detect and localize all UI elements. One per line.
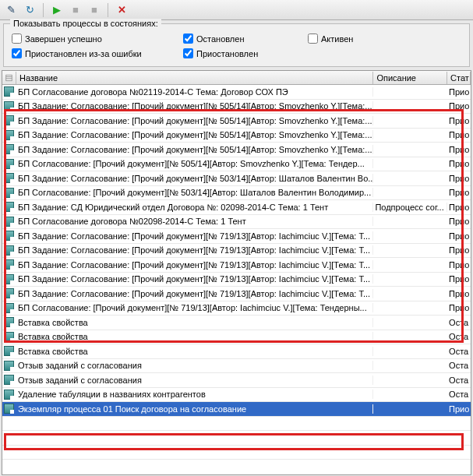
new-button[interactable]: ✎ [3, 2, 19, 18]
process-icon [2, 231, 16, 241]
chk-completed-input[interactable] [12, 33, 22, 44]
filter-title: Показывать процессы в состояниях: [10, 19, 161, 28]
cell-status: Прио [447, 145, 471, 154]
process-icon [2, 115, 16, 125]
table-row[interactable] [2, 431, 471, 446]
cell-name: Отзыв заданий с согласования [16, 376, 373, 385]
chk-active-input[interactable] [308, 33, 318, 44]
delete-button[interactable]: ✕ [114, 2, 129, 18]
chk-paused[interactable]: Приостановлен [183, 48, 258, 58]
filter-panel: Показывать процессы в состояниях: Заверш… [3, 23, 470, 67]
process-icon [2, 288, 16, 298]
table-row[interactable]: Вставка свойстваОста [2, 344, 471, 359]
table-row[interactable]: БП Задание: Согласование: [Прочий докуме… [2, 258, 471, 273]
process-icon [2, 361, 16, 371]
cell-status: Оста [447, 390, 471, 399]
table-row[interactable]: БП Задание: СД Юридический отдел Договор… [2, 200, 471, 215]
cell-status: Прио [447, 274, 471, 284]
column-status[interactable]: Стат [447, 72, 471, 84]
table-row[interactable]: БП Согласование: [Прочий документ][№ 505… [2, 157, 471, 172]
table-row[interactable]: БП Задание: Согласование: [Прочий докуме… [2, 114, 471, 129]
cell-status: Прио [447, 217, 471, 226]
cell-desc: Подпроцесс сог... [373, 203, 447, 212]
chk-paused-error[interactable]: Приостановлен из-за ошибки [12, 48, 160, 58]
cell-status: Прио [447, 116, 471, 125]
table-row[interactable] [2, 446, 471, 460]
table-row[interactable]: БП Задание: Согласование: [Прочий докуме… [2, 287, 471, 301]
cell-name: БП Согласование договора №02098-2014-С Т… [16, 217, 373, 226]
cell-name: БП Согласование: [Прочий документ][№ 503… [16, 188, 373, 197]
cell-name: Вставка свойства [16, 332, 373, 341]
table-row[interactable]: БП Задание: Согласование: [Прочий докуме… [2, 229, 471, 244]
process-icon [2, 346, 16, 356]
process-icon [2, 173, 16, 183]
cell-status: Прио [447, 303, 471, 312]
table-row[interactable]: БП Согласование: [Прочий документ][№ 719… [2, 301, 471, 316]
column-icon[interactable] [2, 72, 16, 84]
chk-paused-label: Приостановлен [196, 49, 258, 58]
process-icon [2, 404, 16, 414]
cell-name: БП Задание: Согласование: [Прочий докуме… [16, 101, 373, 111]
column-name[interactable]: Название [16, 72, 373, 84]
process-icon [2, 144, 16, 154]
stop-button-2[interactable]: ■ [86, 2, 102, 18]
chk-active[interactable]: Активен [308, 33, 353, 44]
chk-completed-label: Завершен успешно [25, 34, 102, 44]
table-row[interactable] [2, 417, 471, 432]
cell-name: БП Задание: Согласование: [Прочий докуме… [16, 245, 373, 255]
chk-stopped[interactable]: Остановлен [183, 33, 284, 44]
process-icon [2, 274, 16, 284]
cell-name: Экземпляр процесса 01 Поиск договора на … [16, 404, 373, 414]
process-icon [2, 159, 16, 169]
table-row[interactable]: Экземпляр процесса 01 Поиск договора на … [2, 402, 471, 417]
table-row[interactable]: БП Согласование: [Прочий документ][№ 503… [2, 186, 471, 201]
play-button[interactable]: ▶ [49, 2, 65, 18]
chk-paused-error-input[interactable] [12, 48, 22, 58]
cell-name: Отзыв заданий с согласования [16, 361, 373, 370]
grid-body: БП Согласование договора №02119-2014-С Т… [2, 85, 471, 460]
process-grid: Название Описание Стат БП Согласование д… [2, 70, 471, 475]
table-row[interactable]: БП Согласование договора №02098-2014-С Т… [2, 215, 471, 230]
table-row[interactable]: БП Задание: Согласование: [Прочий докуме… [2, 129, 471, 143]
process-icon [2, 86, 16, 97]
cell-name: БП Задание: Согласование: [Прочий докуме… [16, 145, 373, 154]
column-desc[interactable]: Описание [373, 72, 447, 84]
chk-stopped-input[interactable] [183, 33, 193, 44]
cell-status: Прио [447, 159, 471, 168]
cell-name: БП Задание: Согласование: [Прочий докуме… [16, 260, 373, 270]
cell-status: Оста [447, 361, 471, 370]
table-row[interactable]: БП Задание: Согласование: [Прочий докуме… [2, 100, 471, 115]
cell-status: Оста [447, 318, 471, 327]
cell-status: Оста [447, 332, 471, 341]
process-icon [2, 375, 16, 385]
chk-completed[interactable]: Завершен успешно [12, 33, 160, 44]
stop-button-1[interactable]: ■ [68, 2, 83, 18]
process-icon [2, 130, 16, 140]
table-row[interactable]: Вставка свойстваОста [2, 330, 471, 345]
refresh-button[interactable]: ↻ [22, 2, 37, 18]
cell-name: БП Согласование договора №02119-2014-С Т… [16, 87, 373, 97]
chk-paused-input[interactable] [183, 48, 193, 58]
cell-name: БП Задание: Согласование: [Прочий докуме… [16, 174, 373, 183]
cell-status: Прио [447, 130, 471, 139]
table-row[interactable]: БП Задание: Согласование: [Прочий докуме… [2, 273, 471, 287]
cell-name: БП Задание: Согласование: [Прочий докуме… [16, 130, 373, 139]
cell-name: БП Согласование: [Прочий документ][№ 505… [16, 159, 373, 168]
table-row[interactable]: Вставка свойстваОста [2, 316, 471, 330]
process-icon [2, 259, 16, 270]
cell-name: БП Задание: Согласование: [Прочий докуме… [16, 274, 373, 284]
table-row[interactable]: Отзыв заданий с согласованияОста [2, 359, 471, 374]
table-row[interactable]: Отзыв заданий с согласованияОста [2, 373, 471, 388]
table-row[interactable]: Удаление табуляции в названиях контраген… [2, 388, 471, 403]
toolbar: ✎ ↻ ▶ ■ ■ ✕ [0, 0, 473, 20]
cell-status: Прио [447, 289, 471, 298]
table-row[interactable]: БП Задание: Согласование: [Прочий докуме… [2, 171, 471, 186]
table-row[interactable]: БП Задание: Согласование: [Прочий докуме… [2, 244, 471, 259]
cell-name: БП Задание: Согласование: [Прочий докуме… [16, 116, 373, 125]
cell-name: Вставка свойства [16, 318, 373, 327]
process-icon [2, 202, 16, 212]
table-row[interactable]: БП Задание: Согласование: [Прочий докуме… [2, 143, 471, 157]
chk-stopped-label: Остановлен [196, 34, 244, 44]
process-icon [2, 332, 16, 342]
table-row[interactable]: БП Согласование договора №02119-2014-С Т… [2, 85, 471, 100]
